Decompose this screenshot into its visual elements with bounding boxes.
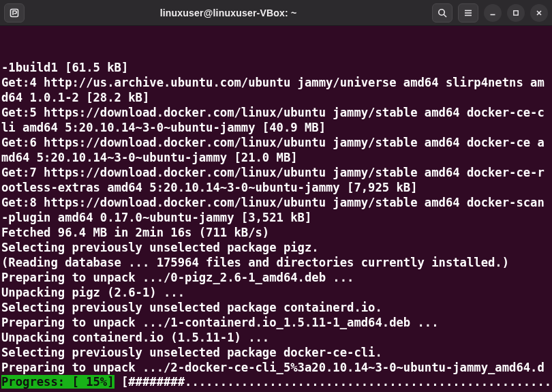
progress-bar: [########...............................… <box>114 375 552 389</box>
maximize-icon <box>512 9 520 17</box>
terminal-lines: -1build1 [61.5 kB]Get:4 http://us.archiv… <box>1 60 551 390</box>
title-bar: linuxuser@linuxuser-VBox: ~ <box>0 0 552 26</box>
terminal-line: Get:8 https://download.docker.com/linux/… <box>1 195 551 225</box>
new-tab-icon <box>9 7 20 18</box>
titlebar-left <box>4 3 25 22</box>
terminal-line: Get:7 https://download.docker.com/linux/… <box>1 165 551 195</box>
terminal-line: Fetched 96.4 MB in 2min 16s (711 kB/s) <box>1 225 551 240</box>
hamburger-icon <box>463 7 474 18</box>
minimize-icon <box>489 9 497 17</box>
titlebar-right <box>432 3 548 22</box>
progress-label: Progress: [ 15%] <box>1 375 114 389</box>
new-tab-button[interactable] <box>4 3 25 22</box>
menu-button[interactable] <box>458 3 478 22</box>
terminal-line: Preparing to unpack .../0-pigz_2.6-1_amd… <box>1 270 551 285</box>
terminal-line: Get:4 http://us.archive.ubuntu.com/ubunt… <box>1 75 551 105</box>
maximize-button[interactable] <box>507 4 525 22</box>
svg-rect-7 <box>514 10 518 14</box>
terminal-line: -1build1 [61.5 kB] <box>1 60 551 75</box>
close-icon <box>535 9 543 17</box>
svg-line-2 <box>444 14 446 17</box>
terminal-line: Preparing to unpack .../1-containerd.io_… <box>1 315 551 330</box>
terminal-line: Selecting previously unselected package … <box>1 300 551 315</box>
terminal-line: Selecting previously unselected package … <box>1 345 551 360</box>
svg-point-1 <box>439 9 444 14</box>
terminal-line: Selecting previously unselected package … <box>1 240 551 255</box>
window-title: linuxuser@linuxuser-VBox: ~ <box>29 7 428 18</box>
minimize-button[interactable] <box>484 4 502 22</box>
terminal-line: Get:6 https://download.docker.com/linux/… <box>1 135 551 165</box>
terminal-line: Unpacking containerd.io (1.5.11-1) ... <box>1 330 551 345</box>
terminal-line: Get:5 https://download.docker.com/linux/… <box>1 105 551 135</box>
search-button[interactable] <box>432 3 453 22</box>
search-icon <box>437 7 448 18</box>
terminal-line: (Reading database ... 175964 files and d… <box>1 255 551 270</box>
close-button[interactable] <box>530 4 548 22</box>
terminal-line: Unpacking pigz (2.6-1) ... <box>1 285 551 300</box>
terminal-output[interactable]: -1build1 [61.5 kB]Get:4 http://us.archiv… <box>0 26 552 392</box>
progress-row: Progress: [ 15%] [########..............… <box>0 374 552 392</box>
